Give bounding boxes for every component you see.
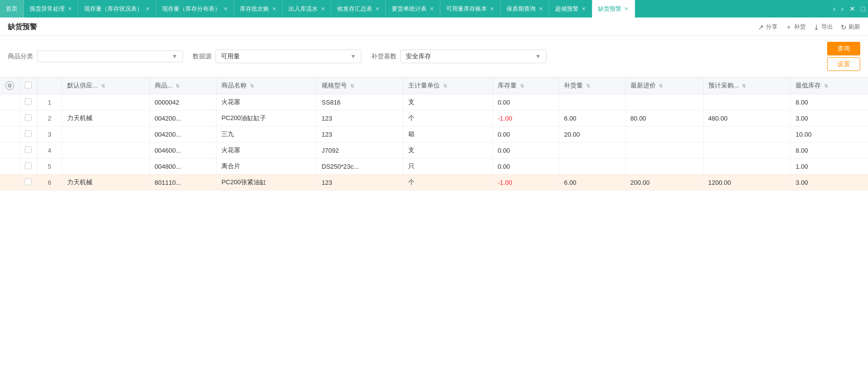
tab-close-exception[interactable]: ✕	[68, 6, 72, 12]
row-checkbox[interactable]	[25, 114, 32, 121]
tab-close-order-stat[interactable]: ✕	[430, 6, 434, 12]
tab-item-inventory-dist[interactable]: 现存量（库存分布表）✕	[156, 0, 234, 18]
table-row[interactable]: 5 004800... 离合片 DS250*23c... 只 0.00 1.00	[0, 158, 868, 175]
td-est-purchase	[703, 126, 791, 142]
tab-close-inventory-dist[interactable]: ✕	[223, 6, 228, 12]
th-supplier[interactable]: 默认供应... ⇅	[62, 77, 150, 94]
tab-item-home[interactable]: 首页	[0, 0, 24, 18]
export-action[interactable]: ⤓ 导出	[814, 23, 833, 31]
th-unit-label: 主计量单位	[408, 82, 440, 89]
th-settings[interactable]: ⚙	[0, 77, 19, 94]
td-stock: 0.00	[493, 126, 559, 142]
tab-close-receive-summary[interactable]: ✕	[375, 6, 380, 12]
share-action[interactable]: ↗ 分享	[758, 23, 778, 31]
table-row[interactable]: 6 力天机械 801110... PC200张紧油缸 123 个 -1.00 6…	[0, 175, 868, 191]
td-min-stock: 1.00	[791, 158, 868, 175]
settings-button[interactable]: 设置	[827, 57, 860, 71]
th-supplier-sort-icon: ⇅	[101, 83, 105, 88]
tab-close-inout-flow[interactable]: ✕	[321, 6, 325, 12]
th-index	[37, 77, 62, 94]
tab-close-batch-account[interactable]: ✕	[272, 6, 276, 12]
category-select[interactable]: ▼	[37, 51, 183, 62]
td-name: 火花塞	[217, 142, 317, 158]
tab-item-batch-account[interactable]: 库存批次账✕	[234, 0, 283, 18]
tab-item-overstock[interactable]: 超储预警✕	[549, 0, 592, 18]
th-replenish[interactable]: 补货量 ⇅	[559, 77, 625, 94]
row-checkbox[interactable]	[25, 98, 32, 105]
th-code-sort-icon: ⇅	[176, 83, 180, 88]
share-icon: ↗	[758, 23, 764, 31]
td-supplier: 力天机械	[62, 175, 150, 191]
td-settings-cell	[0, 126, 19, 142]
th-checkbox[interactable]	[19, 77, 37, 94]
td-index: 1	[37, 94, 62, 110]
th-latest-price[interactable]: 最新进价 ⇅	[625, 77, 703, 94]
th-min-stock[interactable]: 最低库存 ⇅	[791, 77, 868, 94]
td-checkbox[interactable]	[19, 110, 37, 126]
td-checkbox[interactable]	[19, 175, 37, 191]
td-spec: 123	[317, 126, 403, 142]
datasource-label: 数据源	[193, 52, 212, 61]
tab-item-order-stat[interactable]: 要货单统计表✕	[386, 0, 440, 18]
th-stock[interactable]: 库存量 ⇅	[493, 77, 559, 94]
th-spec[interactable]: 规格型号 ⇅	[317, 77, 403, 94]
td-settings-cell	[0, 94, 19, 110]
td-replenish	[559, 142, 625, 158]
tab-close-inventory-status[interactable]: ✕	[145, 6, 150, 12]
tab-close-expiry-query[interactable]: ✕	[539, 6, 543, 12]
query-button[interactable]: 查询	[827, 42, 860, 55]
table-row[interactable]: 4 004600... 火花塞 J7092 支 0.00 8.00	[0, 142, 868, 158]
td-est-purchase: 480.00	[703, 110, 791, 126]
th-stock-sort-icon: ⇅	[520, 83, 524, 88]
window-maximize-btn[interactable]: □	[858, 0, 868, 18]
tab-nav-prev[interactable]: ‹	[830, 0, 838, 18]
row-checkbox[interactable]	[25, 162, 32, 169]
td-checkbox[interactable]	[19, 142, 37, 158]
replenish-base-select[interactable]: 安全库存 ▼	[400, 50, 546, 63]
tab-item-exception[interactable]: 拣货异常处理✕	[24, 0, 78, 18]
tab-label: 超储预警	[555, 5, 579, 13]
td-spec: 123	[317, 110, 403, 126]
refresh-action[interactable]: ↻ 刷新	[841, 23, 860, 31]
tab-nav-next[interactable]: ›	[838, 0, 847, 18]
row-checkbox[interactable]	[25, 130, 32, 137]
tab-item-shortage[interactable]: 缺货预警✕	[592, 0, 635, 18]
td-code: 0000042	[149, 94, 216, 110]
tab-item-inout-flow[interactable]: 出入库流水✕	[283, 0, 331, 18]
td-latest-price: 80.00	[625, 110, 703, 126]
tab-item-expiry-query[interactable]: 保质期查询✕	[501, 0, 549, 18]
th-code-label: 商品...	[155, 82, 173, 89]
table-settings-icon[interactable]: ⚙	[5, 81, 14, 90]
replenish-action[interactable]: ＋ 补货	[785, 23, 806, 32]
tab-label: 保质期查询	[506, 5, 536, 13]
td-index: 3	[37, 126, 62, 142]
td-code: 004800...	[149, 158, 216, 175]
tab-close-shortage[interactable]: ✕	[624, 6, 629, 12]
td-checkbox[interactable]	[19, 94, 37, 110]
th-est-purchase[interactable]: 预计采购... ⇅	[703, 77, 791, 94]
datasource-select[interactable]: 可用量 ▼	[216, 50, 362, 63]
td-code: 004200...	[149, 110, 216, 126]
window-close-btn[interactable]: ✕	[847, 0, 858, 18]
th-unit[interactable]: 主计量单位 ⇅	[403, 77, 493, 94]
th-name[interactable]: 商品名称 ⇅	[217, 77, 317, 94]
th-code[interactable]: 商品... ⇅	[149, 77, 216, 94]
td-unit: 箱	[403, 126, 493, 142]
tab-label: 首页	[6, 5, 18, 13]
table-row[interactable]: 3 004200... 三九 123 箱 0.00 20.00 10.00	[0, 126, 868, 142]
tab-close-available-ledger[interactable]: ✕	[490, 6, 494, 12]
tab-item-available-ledger[interactable]: 可用量库存账本✕	[440, 0, 501, 18]
th-latest-price-label: 最新进价	[631, 82, 656, 89]
tab-close-overstock[interactable]: ✕	[581, 6, 586, 12]
tab-item-receive-summary[interactable]: 收发存汇总表✕	[331, 0, 386, 18]
tab-item-inventory-status[interactable]: 现存量（库存状况表）✕	[78, 0, 156, 18]
row-checkbox[interactable]	[25, 146, 32, 153]
table-row[interactable]: 2 力天机械 004200... PC200油缸缸子 123 个 -1.00 6…	[0, 110, 868, 126]
select-all-checkbox[interactable]	[25, 82, 32, 88]
td-latest-price	[625, 94, 703, 110]
td-checkbox[interactable]	[19, 158, 37, 175]
row-checkbox[interactable]	[25, 178, 32, 185]
table-row[interactable]: 1 0000042 火花塞 SS816 支 0.00 8.00	[0, 94, 868, 110]
replenish-base-filter: 补货基数 安全库存 ▼	[371, 50, 546, 63]
td-checkbox[interactable]	[19, 126, 37, 142]
